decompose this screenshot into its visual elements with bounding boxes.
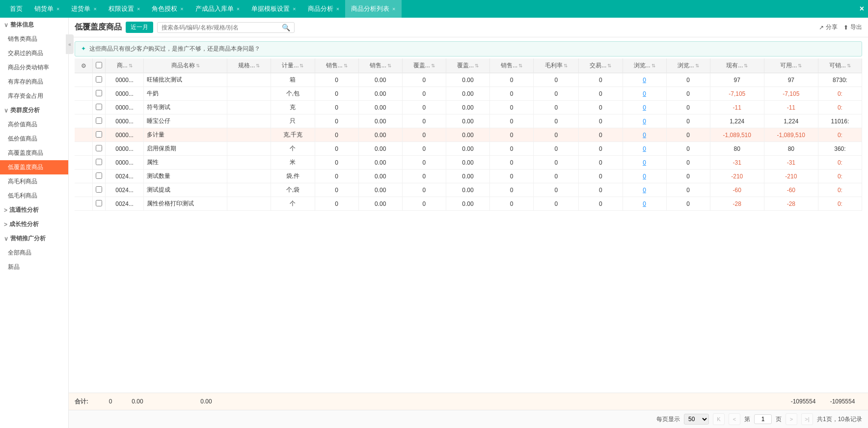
row-checkbox[interactable] xyxy=(93,101,106,114)
sidebar-item-stock-capital[interactable]: 库存资金占用 xyxy=(0,89,68,103)
row-browse1[interactable]: 0 xyxy=(623,73,666,87)
row-sales-qty: 0 xyxy=(315,128,358,142)
sidebar-section-overall[interactable]: ∨ 整体信息 xyxy=(0,18,68,32)
row-sales-amt: 0.00 xyxy=(358,114,402,128)
row-unit: 克 xyxy=(271,101,315,114)
select-all-checkbox[interactable] xyxy=(96,62,102,68)
filter-button[interactable]: 近一月 xyxy=(126,22,153,33)
row-settings[interactable] xyxy=(75,197,93,211)
row-settings[interactable] xyxy=(75,183,93,197)
row-browse1[interactable]: 0 xyxy=(623,197,666,211)
per-page-select[interactable]: 50 10 20 100 xyxy=(684,414,709,425)
sidebar-item-low-value[interactable]: 低价值商品 xyxy=(0,132,68,146)
sidebar-item-high-value[interactable]: 高价值商品 xyxy=(0,117,68,132)
row-transaction: 0 xyxy=(579,183,623,197)
nav-tab-purchase[interactable]: 进货单 × xyxy=(65,0,102,18)
row-checkbox[interactable] xyxy=(93,156,106,170)
row-settings[interactable] xyxy=(75,156,93,170)
sidebar-section-flow[interactable]: > 流通性分析 xyxy=(0,203,68,217)
settings-column-header[interactable]: ⚙ xyxy=(75,58,93,73)
sidebar-item-low-margin[interactable]: 低毛利商品 xyxy=(0,189,68,203)
row-settings[interactable] xyxy=(75,87,93,101)
first-page-button[interactable]: K xyxy=(713,413,725,425)
nav-tab-sales[interactable]: 销货单 × xyxy=(28,0,65,18)
row-browse1[interactable]: 0 xyxy=(623,114,666,128)
page-number-input[interactable] xyxy=(754,414,772,424)
sidebar-item-category-turnover[interactable]: 商品分类动销率 xyxy=(0,60,68,75)
close-icon[interactable]: × xyxy=(180,6,183,12)
row-browse1[interactable]: 0 xyxy=(623,183,666,197)
share-button[interactable]: ↗ 分享 xyxy=(819,23,838,31)
row-checkbox[interactable] xyxy=(93,114,106,128)
row-coverage2: 0.00 xyxy=(446,197,489,211)
row-transaction: 0 xyxy=(579,156,623,170)
close-icon[interactable]: × xyxy=(293,6,296,12)
nav-tab-production[interactable]: 产成品入库单 × xyxy=(190,0,245,18)
content-area: 低覆盖度商品 近一月 🔍 ↗ 分享 ⬆ 导出 ✦ 这些商品只有很少客户购买过，是… xyxy=(69,18,868,428)
row-settings[interactable] xyxy=(75,170,93,183)
sidebar-item-new-goods[interactable]: 新品 xyxy=(0,260,68,274)
row-browse2: 0 xyxy=(666,101,710,114)
row-code: 0000... xyxy=(106,156,144,170)
nav-tab-analysis[interactable]: 商品分析 × xyxy=(302,0,345,18)
sidebar-item-all-goods[interactable]: 全部商品 xyxy=(0,246,68,260)
row-browse1[interactable]: 0 xyxy=(623,87,666,101)
row-sellable: 8730: xyxy=(818,73,862,87)
row-settings[interactable] xyxy=(75,142,93,156)
row-sales-qty: 0 xyxy=(315,170,358,183)
nav-tab-template[interactable]: 单据模板设置 × xyxy=(245,0,301,18)
main-layout: ∨ 整体信息 销售类商品 交易过的商品 商品分类动销率 有库存的商品 库存资金占… xyxy=(0,18,868,428)
sidebar-item-low-coverage[interactable]: 低覆盖度商品 xyxy=(0,160,68,174)
row-settings[interactable] xyxy=(75,128,93,142)
footer-current-stock: -1095554 xyxy=(784,396,823,407)
row-browse1[interactable]: 0 xyxy=(623,128,666,142)
prev-page-button[interactable]: < xyxy=(729,413,740,425)
row-current-stock: -1,089,510 xyxy=(710,128,764,142)
row-checkbox[interactable] xyxy=(93,170,106,183)
row-browse1[interactable]: 0 xyxy=(623,142,666,156)
row-code: 0000... xyxy=(106,87,144,101)
close-icon[interactable]: × xyxy=(237,6,240,12)
sidebar-item-high-coverage[interactable]: 高覆盖度商品 xyxy=(0,146,68,160)
row-sales3: 0 xyxy=(490,87,534,101)
sidebar-item-traded-goods[interactable]: 交易过的商品 xyxy=(0,46,68,60)
sidebar-item-stocked-goods[interactable]: 有库存的商品 xyxy=(0,75,68,89)
row-browse1[interactable]: 0 xyxy=(623,101,666,114)
sidebar-section-growth[interactable]: > 成长性分析 xyxy=(0,217,68,231)
close-icon[interactable]: × xyxy=(56,6,59,12)
sidebar-item-sales-goods[interactable]: 销售类商品 xyxy=(0,32,68,46)
row-checkbox[interactable] xyxy=(93,128,106,142)
close-icon[interactable]: × xyxy=(392,6,395,12)
nav-tab-analysis-list[interactable]: 商品分析列表 × xyxy=(345,0,401,18)
row-settings[interactable] xyxy=(75,101,93,114)
row-browse1[interactable]: 0 xyxy=(623,170,666,183)
close-icon[interactable]: × xyxy=(336,6,339,12)
row-checkbox[interactable] xyxy=(93,73,106,87)
row-checkbox[interactable] xyxy=(93,183,106,197)
row-browse1[interactable]: 0 xyxy=(623,156,666,170)
checkbox-column-header[interactable] xyxy=(93,58,106,73)
sidebar-section-cluster[interactable]: ∨ 类群度分析 xyxy=(0,103,68,117)
sidebar-item-high-margin[interactable]: 高毛利商品 xyxy=(0,174,68,189)
row-browse2: 0 xyxy=(666,73,710,87)
nav-tab-role[interactable]: 角色授权 × xyxy=(146,0,189,18)
search-input[interactable] xyxy=(162,24,282,31)
close-icon[interactable]: × xyxy=(93,6,96,12)
close-all-button[interactable]: × xyxy=(860,4,864,13)
next-page-button[interactable]: > xyxy=(786,413,797,425)
search-icon[interactable]: 🔍 xyxy=(282,24,290,31)
nav-tab-permission[interactable]: 权限设置 × xyxy=(103,0,146,18)
row-checkbox[interactable] xyxy=(93,197,106,211)
row-checkbox[interactable] xyxy=(93,142,106,156)
row-settings[interactable] xyxy=(75,73,93,87)
row-checkbox[interactable] xyxy=(93,87,106,101)
close-icon[interactable]: × xyxy=(137,6,140,12)
last-page-button[interactable]: >| xyxy=(801,413,813,425)
total-info: 共1页，10条记录 xyxy=(817,415,862,424)
nav-tab-home[interactable]: 首页 xyxy=(4,0,28,18)
sidebar-collapse-button[interactable]: « xyxy=(66,34,74,54)
col-coverage1: 覆盖...⇅ xyxy=(402,58,446,73)
sidebar-section-marketing[interactable]: ∨ 营销推广分析 xyxy=(0,231,68,246)
export-button[interactable]: ⬆ 导出 xyxy=(843,23,862,31)
row-settings[interactable] xyxy=(75,114,93,128)
